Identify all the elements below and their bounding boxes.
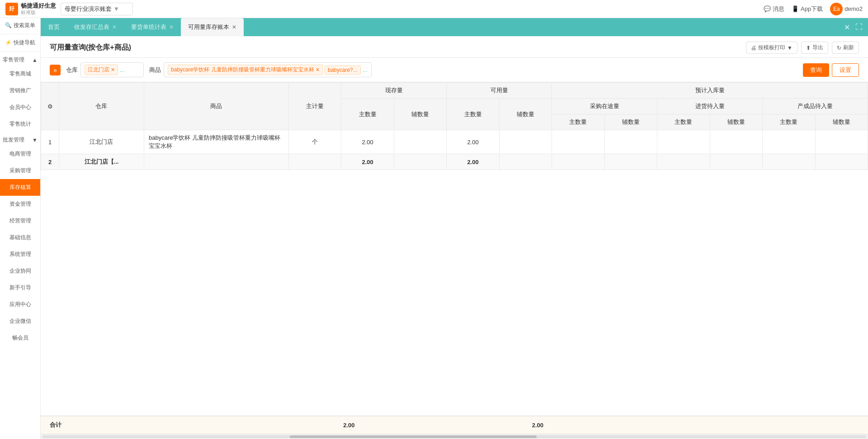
tab-orders-close[interactable]: ✕ [169, 24, 174, 30]
sidebar-item-search[interactable]: 🔍 搜索菜单 [0, 18, 40, 33]
purchase-label: 采购管理 [9, 167, 31, 175]
system-label: 系统管理 [9, 250, 31, 258]
industry-select[interactable]: 母婴行业演示账套 ▼ [61, 3, 133, 15]
tab-available-close[interactable]: ✕ [232, 24, 236, 30]
th-produce-sub: 辅数量 [815, 114, 868, 130]
th-settings: ⚙ [41, 83, 59, 130]
user-avatar-btn[interactable]: Ea demo2 [830, 3, 863, 15]
th-produce-main: 主数量 [763, 114, 815, 130]
row-purchase-main [552, 130, 604, 154]
sidebar-item-retail-stat[interactable]: 零售统计 [0, 116, 40, 132]
sidebar-item-marketing[interactable]: 营销推广 [0, 82, 40, 99]
page-content: 可用量查询(按仓库+商品) 🖨 按模板打印 ▼ ⬆ 导出 ↻ 刷新 [41, 36, 868, 439]
query-button[interactable]: 查询 [803, 63, 829, 77]
sidebar-item-finance[interactable]: 资金管理 [0, 196, 40, 212]
table-scroll[interactable]: ⚙ 仓库 商品 主计量 现存量 可用量 预计入库量 主数量 辅数量 [41, 82, 868, 415]
retail-mgmt-arrow-icon: ▲ [32, 57, 38, 63]
logo-icon: 好 [5, 3, 18, 15]
sidebar-item-purchase[interactable]: 采购管理 [0, 162, 40, 179]
tab-expand-icon[interactable]: ⛶ [854, 21, 864, 33]
sidebar-item-shortcut[interactable]: ⚡ 快捷导航 [0, 35, 40, 50]
sidebar-item-inventory[interactable]: 库存核算 [0, 179, 40, 196]
scrollbar-track [42, 435, 866, 438]
th-available-sub: 辅数量 [499, 99, 552, 130]
page-header: 可用量查询(按仓库+商品) 🖨 按模板打印 ▼ ⬆ 导出 ↻ 刷新 [41, 36, 868, 58]
print-btn[interactable]: 🖨 按模板打印 ▼ [746, 42, 797, 54]
th-stock-main: 主数量 [341, 99, 394, 130]
tab-bar: 首页 收发存汇总表 ✕ 要货单统计表 ✕ 可用量库存账本 ✕ ✕ ⛶ [41, 18, 868, 36]
warehouse-tag-remove[interactable]: ✕ [111, 67, 115, 73]
tab-home-label: 首页 [48, 23, 60, 31]
sidebar-item-retail-mgmt[interactable]: 零售管理 ▲ [0, 52, 40, 66]
row-produce-sub [815, 130, 868, 154]
top-bar-right: 💬 消息 📱 App下载 Ea demo2 [764, 3, 863, 15]
page-title: 可用量查询(按仓库+商品) [50, 43, 131, 52]
sidebar-item-member[interactable]: 会员中心 [0, 99, 40, 116]
product-tag-1-remove[interactable]: ✕ [316, 67, 320, 73]
warehouse-input[interactable]: 江北门店 ✕ ... [80, 62, 144, 77]
app-download-btn[interactable]: 📱 App下载 [792, 5, 823, 13]
product-tag-1-value: babycare学饮杯 儿童防摔防撞吸管杯重力球吸嘴杯宝宝水杯 [171, 66, 314, 74]
tab-receipts[interactable]: 收发存汇总表 ✕ [67, 18, 124, 36]
message-icon: 💬 [764, 5, 771, 12]
export-btn[interactable]: ⬆ 导出 [801, 42, 828, 54]
sidebar-item-member2[interactable]: 畅会员 [0, 330, 40, 346]
sidebar-item-basic-info[interactable]: 基础信息 [0, 229, 40, 246]
wholesale-arrow-icon: ▼ [32, 137, 38, 143]
app-label: App下载 [801, 5, 823, 13]
product-tag-2: babycare?... [325, 66, 361, 75]
industry-chevron-icon: ▼ [113, 5, 119, 12]
sidebar-item-retail-shop[interactable]: 零售商城 [0, 66, 40, 82]
th-stock-sub: 辅数量 [394, 99, 446, 130]
table-row: 1 江北门店 babycare学饮杯 儿童防摔防撞吸管杯重力球吸嘴杯宝宝水杯 个… [41, 130, 868, 154]
row-product [144, 154, 288, 170]
row-produce-main [763, 130, 815, 154]
sidebar-item-ecommerce[interactable]: 电商管理 [0, 146, 40, 162]
product-tag-2-value: babycare?... [328, 67, 358, 73]
tab-orders-label: 要货单统计表 [131, 23, 166, 31]
filter-expand-btn[interactable]: » [50, 65, 61, 76]
data-table: ⚙ 仓库 商品 主计量 现存量 可用量 预计入库量 主数量 辅数量 [41, 82, 868, 170]
search-icon: 🔍 [5, 22, 12, 28]
sidebar: 🔍 搜索菜单 ⚡ 快捷导航 零售管理 ▲ 零售商城 营销推广 会员中心 零售统计… [0, 18, 41, 439]
h-scrollbar[interactable] [41, 434, 868, 439]
sidebar-item-enterprise[interactable]: 企业协同 [0, 263, 40, 279]
th-product: 商品 [144, 83, 288, 130]
warehouse-more[interactable]: ... [120, 66, 125, 73]
message-btn[interactable]: 💬 消息 [764, 5, 784, 13]
row-incoming-main [657, 154, 710, 170]
sidebar-item-new-guide[interactable]: 新手引导 [0, 279, 40, 296]
scrollbar-thumb [290, 435, 537, 438]
row-purchase-sub [604, 154, 657, 170]
avatar: Ea [830, 3, 843, 15]
refresh-btn[interactable]: ↻ 刷新 [832, 42, 859, 54]
ecommerce-label: 电商管理 [9, 150, 31, 158]
logo-text: 畅捷通好生意 标准版 [21, 2, 56, 15]
product-more[interactable]: ... [363, 66, 368, 73]
sidebar-item-system[interactable]: 系统管理 [0, 246, 40, 263]
tab-home[interactable]: 首页 [41, 18, 67, 36]
set-button[interactable]: 设置 [832, 63, 859, 77]
member2-label: 畅会员 [12, 334, 28, 342]
tab-orders[interactable]: 要货单统计表 ✕ [124, 18, 181, 36]
product-input[interactable]: babycare学饮杯 儿童防摔防撞吸管杯重力球吸嘴杯宝宝水杯 ✕ babyca… [164, 62, 372, 77]
table-area: ⚙ 仓库 商品 主计量 现存量 可用量 预计入库量 主数量 辅数量 [41, 82, 868, 439]
warehouse-tag-value: 江北门店 [88, 66, 109, 74]
retail-shop-label: 零售商城 [9, 70, 31, 78]
sidebar-item-wholesale[interactable]: 批发管理 ▼ [0, 132, 40, 146]
sidebar-item-enterprise-wx[interactable]: 企业微信 [0, 313, 40, 330]
footer-available-main: 2.00 [491, 422, 585, 429]
sidebar-item-app-center[interactable]: 应用中心 [0, 296, 40, 313]
sidebar-item-operations[interactable]: 经营管理 [0, 212, 40, 229]
search-label: 搜索菜单 [14, 22, 35, 28]
refresh-label: 刷新 [843, 44, 854, 52]
row-purchase-main [552, 154, 604, 170]
tab-available[interactable]: 可用量库存账本 ✕ [181, 18, 244, 36]
tab-close-all-icon[interactable]: ✕ [842, 21, 852, 33]
tab-receipts-close[interactable]: ✕ [112, 24, 117, 30]
th-planned-group: 预计入库量 [552, 83, 868, 99]
table-footer: 合计 2.00 2.00 [41, 415, 868, 434]
tab-receipts-label: 收发存汇总表 [74, 23, 109, 31]
tab-bar-right: ✕ ⛶ [842, 21, 868, 33]
th-available-main: 主数量 [447, 99, 499, 130]
